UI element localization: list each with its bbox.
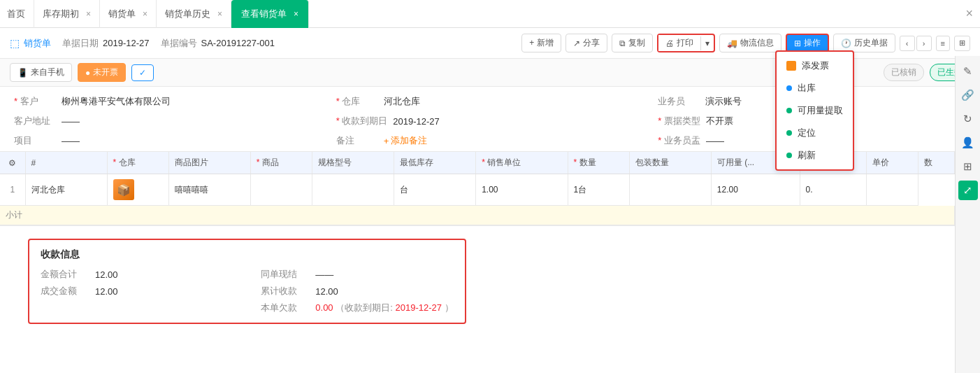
prev-button[interactable]: ‹ [900,36,915,51]
col-spec: 规格型号 [312,152,394,174]
salesperson-value: 演示账号 [705,95,742,108]
payment-due-field: 收款到期日 2019-12-27 [336,115,644,127]
row-product-img: 📦 [107,174,168,206]
col-product: 商品 [250,152,312,174]
next-button[interactable]: › [916,36,932,51]
payment-due-label: 收款到期日 [336,115,388,127]
tab-bar: 首页 库存期初 × 销货单 × 销货单历史 × 查看销货单 × × [0,0,980,28]
tab-sales-order-close[interactable]: × [143,9,147,19]
tab-inventory-init-close[interactable]: × [86,9,91,19]
main-area: ⬚ 销货单 单据日期 2019-12-27 单据编号 SA-20191227-0… [0,28,980,373]
project-field: 项目 —— [14,134,322,147]
not-open-label: 未开票 [93,66,118,78]
col-settings[interactable]: ⚙ [0,152,25,174]
tab-sales-order[interactable]: 销货单 × [100,0,157,28]
total-amount-row: 金额合计 12.00 [41,268,233,281]
sidebar-rotate-icon[interactable]: ↻ [958,109,978,129]
col-quantity: 数量 [568,152,629,174]
operation-button[interactable]: ⊞ 操作 [786,34,829,52]
tab-sales-history[interactable]: 销货单历史 × [157,0,231,28]
sidebar-user-icon[interactable]: 👤 [958,133,978,153]
grid-view-button[interactable]: ⊞ [954,36,970,51]
share-button[interactable]: ↗ 分享 [565,34,607,52]
dropdown-locate[interactable]: 定位 [777,122,853,144]
col-sales-unit: 销售单位 [476,152,568,174]
add-invoice-label: 添发票 [802,59,829,72]
row-product-name: 嘻嘻嘻嘻 [168,174,250,206]
customer-label: 客户 [14,95,56,108]
check-icon-button[interactable]: ✓ [131,64,154,81]
row-quantity: 1.00 [476,174,568,206]
doc-number-label: 单据编号 [161,37,197,50]
new-button[interactable]: + 新增 [521,34,561,52]
total-amount-value: 12.00 [95,269,118,280]
row-extra [866,174,918,206]
doc-date-label: 单据日期 [62,37,99,50]
row-min-stock [312,174,394,206]
list-view-button[interactable]: ≡ [936,36,950,51]
not-open-icon: ● [85,68,90,78]
operation-icon: ⊞ [794,38,801,48]
col-product-img: 商品图片 [168,152,250,174]
same-order-value: —— [315,269,333,280]
plus-icon: + [384,136,389,146]
current-arrears-row: 本单欠款 0.00 （收款到期日: 2019-12-27 ） [261,302,453,314]
refresh-label: 刷新 [798,149,816,162]
dropdown-add-invoice[interactable]: 添发票 [777,55,853,77]
tab-sales-history-close[interactable]: × [217,9,222,19]
dropdown-quantity-pick[interactable]: 可用量提取 [777,99,853,122]
payment-grid: 金额合计 12.00 同单现结 —— 成交金额 12.00 累计收款 12.00 [41,268,454,314]
print-dropdown-arrow[interactable]: ▾ [700,36,714,50]
doc-number-value: SA-20191227-001 [201,38,275,48]
from-phone-button[interactable]: 📱 来自手机 [10,63,72,82]
transaction-amount-row: 成交金额 12.00 [41,285,233,297]
sidebar-edit-icon[interactable]: ✎ [958,62,978,81]
customer-address-value: —— [62,116,80,127]
history-button-label: 历史单据 [854,37,888,49]
sidebar-expand-icon[interactable]: ⤢ [958,181,978,200]
doc-type-icon: ⬚ [10,37,20,50]
operation-button-label: 操作 [804,37,821,49]
project-label: 项目 [14,134,56,147]
col-pack-qty: 包装数量 [629,152,711,174]
logistics-button[interactable]: 🚚 物流信息 [719,34,781,52]
sidebar-link-icon[interactable]: 🔗 [958,85,978,105]
subtotal-label: 小计 [0,206,955,225]
global-close-icon[interactable]: × [965,6,973,21]
share-icon: ↗ [573,38,580,48]
arrears-note: （收款到期日: [336,302,395,313]
doc-number-field: 单据编号 SA-20191227-001 [161,37,275,50]
add-note-button[interactable]: + 添加备注 [384,134,428,147]
refresh-icon [786,153,792,158]
logistics-button-label: 物流信息 [740,37,774,49]
dropdown-outbound[interactable]: 出库 [777,77,853,99]
tab-view-sales-close[interactable]: × [294,9,298,19]
customer-value: 柳州粤港平安气体有限公司 [62,95,171,108]
revoked-status: 已核销 [884,64,924,81]
payment-title: 收款信息 [41,248,454,261]
dropdown-refresh[interactable]: 刷新 [777,144,853,167]
tab-bar-close[interactable]: × [965,6,973,21]
payment-info-area: 收款信息 金额合计 12.00 同单现结 —— 成交金额 12.00 [0,226,980,337]
add-note-label: 添加备注 [391,134,427,147]
doc-date-field: 单据日期 2019-12-27 [62,37,150,50]
print-button[interactable]: 🖨 打印 [658,35,700,51]
project-value: —— [62,136,80,146]
customer-address-field: 客户地址 —— [14,115,322,127]
customer-address-label: 客户地址 [14,115,56,127]
current-arrears-value: 0.00 （收款到期日: 2019-12-27 ） [315,302,453,314]
logistics-icon: 🚚 [727,38,737,48]
tab-view-sales[interactable]: 查看销货单 × [231,0,309,28]
document-title: ⬚ 销货单 [10,37,51,50]
from-phone-label: 来自手机 [31,66,64,78]
not-open-button[interactable]: ● 未开票 [78,63,126,82]
doc-type-label: 销货单 [24,37,51,50]
transaction-amount-label: 成交金额 [41,285,89,297]
sidebar-grid-icon[interactable]: ⊞ [958,157,978,176]
copy-button[interactable]: ⧉ 复制 [612,34,653,52]
tab-home[interactable]: 首页 [7,0,34,28]
tab-home-label: 首页 [7,8,25,20]
history-button[interactable]: 🕐 历史单据 [833,34,895,52]
tab-inventory-init[interactable]: 库存期初 × [34,0,100,28]
warehouse-value: 河北仓库 [384,95,420,108]
